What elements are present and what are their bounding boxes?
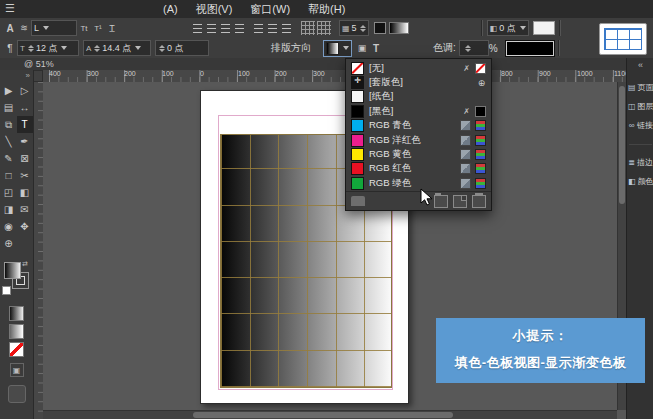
swatch-registration[interactable]: [套版色] (346, 75, 491, 89)
swatch-paper[interactable]: [纸色] (346, 90, 491, 104)
tracking-field[interactable]: 0 点 (155, 40, 209, 56)
gradient-feather-tool[interactable]: ◨ (1, 201, 17, 218)
dock-tab-stroke[interactable]: ≣ 描边 (627, 153, 653, 172)
toolbar-expander-icon[interactable]: » (0, 70, 33, 82)
ruler-tick-label: 300 (313, 70, 325, 77)
screen-mode-button[interactable] (8, 385, 26, 403)
eyedropper-tool[interactable]: ◉ (1, 218, 17, 235)
stroke-weight-field[interactable]: ◧ 0 点 (487, 20, 529, 36)
dock-tab-color[interactable]: ◧ 颜色 (627, 172, 653, 191)
hamburger-menu-icon[interactable]: ☰ (5, 2, 15, 15)
normal-view-button[interactable]: ▣ (10, 363, 24, 377)
rectangle-frame-tool[interactable]: ⊠ (17, 150, 33, 167)
line-tool[interactable]: ╲ (1, 133, 17, 150)
white-swatch-box[interactable] (533, 21, 555, 35)
justify-left-button[interactable] (252, 21, 265, 35)
hand-tool[interactable]: ✥ (17, 218, 33, 235)
apply-none-button[interactable] (9, 342, 24, 357)
scrollbar-thumb[interactable] (619, 86, 625, 204)
style-dropdown[interactable]: L (31, 20, 77, 36)
fill-swatch-dropdown[interactable] (323, 40, 352, 57)
pencil-tool[interactable]: ✎ (1, 150, 17, 167)
swatch-label: RGB 黄色 (369, 148, 455, 161)
dock-tab-links[interactable]: ∞ 链接 (627, 116, 653, 135)
stepper-icon[interactable] (360, 25, 366, 32)
stepper-icon[interactable] (94, 45, 100, 52)
new-color-group-icon[interactable] (434, 195, 448, 208)
formatting-affects-frame-icon[interactable] (355, 41, 369, 55)
change-case-icon[interactable] (77, 21, 91, 35)
underline-icon[interactable] (105, 21, 119, 35)
swatch-lock-icon (462, 107, 471, 116)
justify-all-button[interactable] (280, 21, 293, 35)
rectangle-tool[interactable]: □ (1, 167, 17, 184)
gap-tool[interactable]: ↔ (17, 99, 33, 116)
swatch-rgb-yellow[interactable]: RGB 黄色 (346, 147, 491, 161)
dock-tab-layers[interactable]: ◫ 图层 (627, 97, 653, 116)
default-colors-icon[interactable] (2, 286, 11, 295)
zoom-level[interactable]: @ 51% (24, 59, 54, 69)
apply-color-button[interactable] (9, 306, 24, 321)
leading-field[interactable]: A 14.4 点 (83, 40, 151, 56)
swatch-black[interactable]: [黑色] (346, 104, 491, 118)
tint-field[interactable] (459, 40, 489, 56)
dock-tab-pages[interactable]: ▤ 页面 (627, 78, 653, 97)
frame-grid-icon[interactable] (317, 21, 331, 35)
stepper-icon[interactable] (465, 45, 471, 52)
type-tool[interactable]: T (17, 116, 33, 133)
menu-item[interactable]: 视图(V) (196, 2, 233, 17)
columns-field[interactable]: ▦ 5 (339, 20, 369, 36)
stepper-icon[interactable] (159, 45, 165, 52)
page-tool[interactable]: ▤ (1, 99, 17, 116)
delete-swatch-icon[interactable] (472, 195, 486, 208)
horizontal-scrollbar[interactable] (43, 410, 617, 419)
ruler-corner[interactable] (33, 70, 43, 82)
swatch-none[interactable]: [无] (346, 61, 491, 75)
swap-colors-icon[interactable] (22, 260, 28, 268)
pen-tool[interactable]: ✒ (17, 133, 33, 150)
swatch-rgb-green[interactable]: RGB 绿色 (346, 176, 491, 190)
align-justify-button[interactable] (233, 21, 246, 35)
fill-color-indicator[interactable] (506, 41, 554, 56)
align-center-button[interactable] (205, 21, 218, 35)
superscript-icon[interactable] (91, 21, 105, 35)
collapse-dock-icon[interactable]: « (627, 58, 653, 70)
justify-center-button[interactable] (266, 21, 279, 35)
align-left-button[interactable] (191, 21, 204, 35)
stepper-icon[interactable] (28, 45, 34, 52)
align-right-button[interactable] (219, 21, 232, 35)
menu-item[interactable]: 窗口(W) (250, 2, 290, 17)
menu-item[interactable]: 帮助(H) (308, 2, 345, 17)
menu-item[interactable]: (A) (163, 3, 178, 15)
free-transform-tool[interactable]: ◰ (1, 184, 17, 201)
formatting-affects-text-icon[interactable] (369, 41, 383, 55)
swatch-lock-icon (460, 135, 471, 146)
zoom-tool[interactable]: ⊕ (1, 235, 17, 252)
gradient-swatch-tool[interactable]: ◧ (17, 184, 33, 201)
dock-tabs: ▤ 页面 ◫ 图层 ∞ 链接 ≣ 描边 ◧ 颜色 (627, 78, 653, 191)
mini-color-swatch[interactable] (374, 22, 386, 34)
swatch-rgb-red[interactable]: RGB 红色 (346, 162, 491, 176)
kerning-icon[interactable] (17, 21, 31, 35)
direct-selection-tool[interactable]: ▷ (17, 82, 33, 99)
mini-gradient-swatch[interactable] (389, 22, 409, 34)
selection-tool[interactable]: ▶ (1, 82, 17, 99)
page-grid-icon[interactable] (599, 23, 647, 55)
swatch-flags (460, 120, 486, 131)
font-size-field[interactable]: T 12 点 (17, 40, 79, 56)
swatch-views-icon[interactable] (351, 196, 365, 206)
scrollbar-thumb[interactable] (193, 412, 453, 418)
scissors-tool[interactable]: ✂ (17, 167, 33, 184)
fill-color-box[interactable] (4, 262, 21, 279)
paragraph-formatting-icon[interactable] (3, 41, 17, 55)
swatches-dropdown-panel: [无] [套版色] [纸色] (345, 58, 492, 211)
character-formatting-icon[interactable] (3, 21, 17, 35)
menu-items: (A)视图(V)窗口(W)帮助(H) (163, 0, 345, 18)
swatch-rgb-magenta[interactable]: RGB 洋红色 (346, 133, 491, 147)
new-swatch-icon[interactable] (453, 195, 467, 208)
note-tool[interactable]: ✉ (17, 201, 33, 218)
swatch-rgb-cyan[interactable]: RGB 青色 (346, 119, 491, 133)
content-collector-tool[interactable]: ⧉ (1, 116, 17, 133)
apply-gradient-button[interactable] (9, 324, 24, 339)
grid-view-icon[interactable] (301, 21, 315, 35)
